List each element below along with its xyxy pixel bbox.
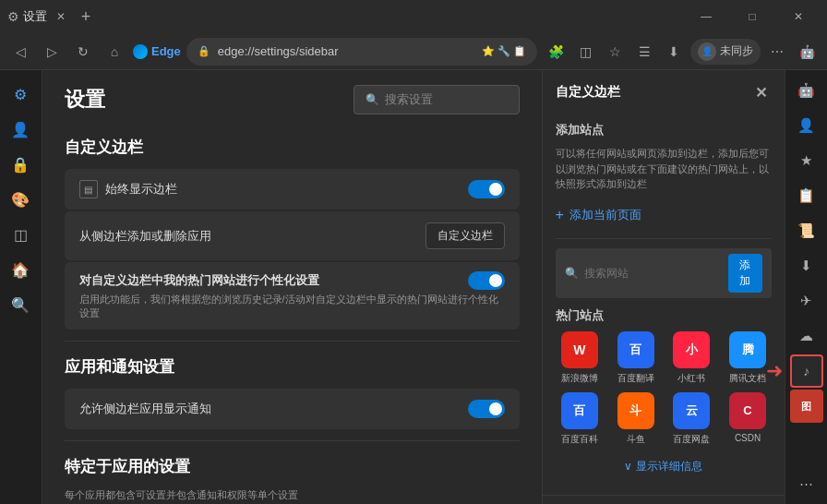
add-sites-desc: 可以将任何网站或网页添加到边栏，添加后您可以浏览热门网站或在下面建议的热门网站上… bbox=[556, 146, 773, 192]
baidu-wiki-icon: 百 bbox=[561, 392, 598, 429]
right-custom-sidebar-panel: 自定义边栏 ✕ 添加站点 可以将任何网站或网页添加到边栏，添加后您可以浏览热门网… bbox=[542, 70, 785, 504]
panel-divider1 bbox=[556, 238, 773, 239]
profile-btn[interactable]: 👤 未同步 bbox=[690, 39, 761, 65]
add-sites-title: 添加站点 bbox=[556, 122, 773, 138]
home-btn[interactable]: ⌂ bbox=[102, 39, 127, 65]
weibo-icon: W bbox=[561, 331, 598, 368]
always-show-row: ▤ 始终显示边栏 bbox=[65, 169, 520, 210]
minimize-btn[interactable]: — bbox=[685, 0, 727, 33]
hot-site-baidu-translate[interactable]: 百 百度翻译 bbox=[611, 331, 660, 385]
nav-profiles[interactable]: 👤 bbox=[4, 113, 37, 146]
avatar: 👤 bbox=[698, 42, 716, 61]
tab-close[interactable]: ✕ bbox=[56, 10, 66, 23]
douyu-icon: 斗 bbox=[617, 392, 654, 429]
left-nav: ⚙ 👤 🔒 🎨 ◫ 🏠 🔍 bbox=[0, 70, 42, 504]
new-tab-btn[interactable]: + bbox=[73, 4, 99, 30]
back-btn[interactable]: ◁ bbox=[7, 39, 33, 65]
hot-site-tencent-docs[interactable]: 腾 腾讯文档 bbox=[724, 331, 773, 385]
url-bar[interactable]: 🔒 edge://settings/sidebar ⭐ 🔧 📋 bbox=[186, 38, 537, 66]
hot-sites-grid: W 新浪微博 百 百度翻译 小 小红书 腾 腾讯文档 bbox=[556, 331, 773, 446]
apps-notifications-title: 应用和通知设置 bbox=[65, 356, 520, 378]
customize-sidebar-title: 自定义边栏 bbox=[65, 137, 520, 158]
fav-btn[interactable]: ☆ bbox=[602, 39, 628, 65]
settings-content: 自定义边栏 ▤ 始终显示边栏 从侧边栏添加或删除应用 自定义边栏 对自定义边栏中… bbox=[42, 137, 542, 504]
rs-favorites-icon[interactable]: ★ bbox=[790, 144, 823, 177]
personalize-row: 对自定义边栏中我的热门网站进行个性化设置 启用此功能后，我们将根据您的浏览历史记… bbox=[65, 262, 520, 330]
copilot-btn[interactable]: 🤖 bbox=[794, 39, 820, 65]
nav-privacy[interactable]: 🔒 bbox=[4, 148, 37, 181]
panel-divider2 bbox=[543, 495, 785, 496]
right-panel-header: 自定义边栏 ✕ bbox=[543, 70, 785, 114]
baidu-translate-icon: 百 bbox=[617, 331, 654, 368]
main-layout: ⚙ 👤 🔒 🎨 ◫ 🏠 🔍 设置 🔍 搜索设置 自定义边栏 ▤ 始终显示边栏 bbox=[0, 70, 827, 504]
titlebar: ⚙ 设置 ✕ + — □ ✕ bbox=[0, 0, 827, 33]
customize-sidebar-btn[interactable]: 自定义边栏 bbox=[425, 222, 505, 249]
notifications-toggle[interactable] bbox=[468, 400, 505, 418]
nav-sidebar[interactable]: ◫ bbox=[4, 218, 37, 251]
personalize-desc: 启用此功能后，我们将根据您的浏览历史记录/活动对自定义边栏中显示的热门网站进行个… bbox=[79, 293, 505, 320]
collections-btn[interactable]: ☰ bbox=[631, 39, 657, 65]
rs-share-icon[interactable]: ✈ bbox=[790, 284, 823, 318]
rs-profile-icon[interactable]: 👤 bbox=[790, 109, 823, 142]
site-search-bar: 🔍 添加 bbox=[556, 248, 773, 298]
tencent-docs-icon: 腾 bbox=[729, 331, 766, 368]
settings-search-bar[interactable]: 🔍 搜索设置 bbox=[354, 85, 520, 114]
xiaohongshu-icon: 小 bbox=[673, 331, 710, 368]
settings-header: 设置 🔍 搜索设置 bbox=[42, 70, 542, 122]
add-current-page-btn[interactable]: + 添加当前页面 bbox=[556, 201, 773, 229]
specific-apps-title: 特定于应用的设置 bbox=[65, 456, 520, 477]
rs-history-icon[interactable]: 📜 bbox=[790, 214, 823, 247]
rs-collections-icon[interactable]: 📋 bbox=[790, 179, 823, 212]
sidebar-icon: ▤ bbox=[79, 180, 98, 198]
add-sites-section: 添加站点 可以将任何网站或网页添加到边栏，添加后您可以浏览热门网站或在下面建议的… bbox=[543, 114, 785, 486]
right-panel-close-btn[interactable]: ✕ bbox=[749, 81, 772, 103]
hot-site-csdn[interactable]: C CSDN bbox=[724, 392, 773, 446]
rs-copilot-icon[interactable]: 🤖 bbox=[790, 74, 823, 107]
close-btn[interactable]: ✕ bbox=[777, 0, 820, 33]
add-site-btn[interactable]: 添加 bbox=[728, 254, 763, 293]
hot-site-weibo[interactable]: W 新浪微博 bbox=[556, 331, 605, 385]
add-remove-row: 从侧边栏添加或删除应用 自定义边栏 bbox=[65, 211, 520, 260]
specific-apps-desc: 每个应用都包含可设置并包含通知和权限等单个设置 bbox=[65, 488, 520, 502]
rs-cloud-icon[interactable]: ☁ bbox=[790, 319, 823, 353]
baidu-pan-icon: 云 bbox=[673, 392, 710, 429]
right-sidebar: 🤖 👤 ★ 📋 📜 ⬇ ✈ ☁ ♪ ➜ 图 ⋯ bbox=[785, 70, 827, 504]
settings-panel: 设置 🔍 搜索设置 自定义边栏 ▤ 始终显示边栏 从侧边栏添加或删除应用 自定义… bbox=[42, 70, 542, 504]
hot-site-baidu-pan[interactable]: 云 百度网盘 bbox=[667, 392, 716, 446]
hot-site-xiaohongshu[interactable]: 小 小红书 bbox=[667, 331, 716, 385]
nav-search[interactable]: 🔍 bbox=[4, 288, 37, 321]
rs-news-icon[interactable]: 图 bbox=[790, 390, 823, 423]
always-show-toggle[interactable] bbox=[468, 180, 505, 198]
nav-startpage[interactable]: 🏠 bbox=[4, 253, 37, 286]
settings-menu-btn[interactable]: ⋯ bbox=[764, 39, 790, 65]
sidebar-btn[interactable]: ◫ bbox=[572, 39, 598, 65]
downloads-btn[interactable]: ⬇ bbox=[661, 39, 687, 65]
hot-site-baidu-wiki[interactable]: 百 百度百科 bbox=[556, 392, 605, 446]
forward-btn[interactable]: ▷ bbox=[39, 39, 65, 65]
rs-tiktok-icon[interactable]: ♪ ➜ bbox=[790, 354, 823, 388]
addr-right-btns: 🧩 ◫ ☆ ☰ ⬇ 👤 未同步 ⋯ 🤖 bbox=[543, 39, 820, 65]
divider2 bbox=[65, 440, 520, 441]
maximize-btn[interactable]: □ bbox=[731, 0, 773, 33]
refresh-btn[interactable]: ↻ bbox=[70, 39, 96, 65]
nav-appearance[interactable]: 🎨 bbox=[4, 183, 37, 216]
extensions-btn[interactable]: 🧩 bbox=[543, 39, 569, 65]
divider1 bbox=[65, 341, 520, 342]
csdn-icon: C bbox=[729, 392, 766, 429]
notifications-row: 允许侧边栏应用显示通知 bbox=[65, 389, 520, 429]
edge-logo: Edge bbox=[133, 44, 181, 59]
site-search-input[interactable] bbox=[584, 267, 723, 280]
rs-downloads-icon[interactable]: ⬇ bbox=[790, 249, 823, 282]
rs-more-icon[interactable]: ⋯ bbox=[790, 467, 823, 500]
hot-sites-title: 热门站点 bbox=[556, 307, 773, 324]
tab-title: 设置 bbox=[23, 8, 47, 25]
show-more-btn[interactable]: ∨ 显示详细信息 bbox=[556, 455, 773, 478]
hot-site-douyu[interactable]: 斗 斗鱼 bbox=[611, 392, 660, 446]
addressbar: ◁ ▷ ↻ ⌂ Edge 🔒 edge://settings/sidebar ⭐… bbox=[0, 33, 827, 70]
personalize-toggle[interactable] bbox=[468, 271, 505, 290]
nav-settings[interactable]: ⚙ bbox=[4, 78, 37, 111]
settings-title: 设置 bbox=[65, 86, 105, 114]
